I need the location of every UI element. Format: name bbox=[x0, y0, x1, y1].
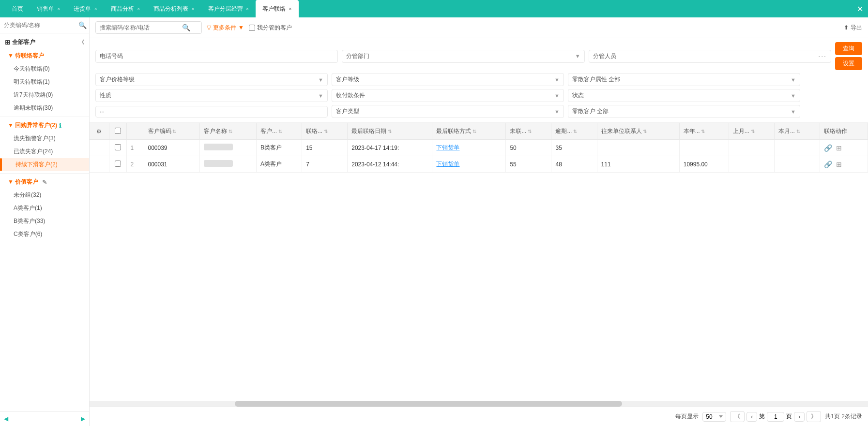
contact-method-link-1[interactable]: 下销货单 bbox=[436, 144, 459, 151]
table-row: 2 000031 A类客户 7 2023-04-12 14:44: 下销货单 5… bbox=[90, 156, 868, 173]
page-input[interactable] bbox=[767, 412, 784, 422]
td-code-2: 000031 bbox=[144, 156, 199, 173]
sidebar-group-abnormal[interactable]: ▼ 回购异常客户(2) ℹ bbox=[0, 119, 89, 132]
filter-gender[interactable]: 性质 ▼ bbox=[95, 89, 328, 102]
chevron-down-icon: ▼ bbox=[238, 24, 244, 31]
my-customers-check[interactable] bbox=[249, 25, 255, 31]
filter-status[interactable]: 状态 ▼ bbox=[568, 89, 800, 102]
content-area: 🔍 ▽ 更多条件 ▼ 我分管的客户 ⬆ 导出 电话号码 bbox=[90, 17, 868, 426]
query-button[interactable]: 查询 bbox=[835, 42, 862, 55]
first-page-btn[interactable]: 《 bbox=[730, 411, 745, 422]
nav-sales[interactable]: 销售单 × bbox=[30, 0, 67, 17]
close-analysis-icon[interactable]: × bbox=[137, 6, 140, 12]
more-conditions-btn[interactable]: ▽ 更多条件 ▼ bbox=[207, 24, 244, 32]
filter-retail2[interactable]: 零散客户 全部 ▼ bbox=[568, 105, 800, 118]
th-name[interactable]: 客户名称 bbox=[199, 123, 256, 140]
sidebar-group-value[interactable]: ▼ 价值客户 ✎ bbox=[0, 176, 89, 189]
th-customer-type[interactable]: 客户... bbox=[257, 123, 302, 140]
close-customer-contact-icon[interactable]: × bbox=[289, 6, 291, 12]
sidebar: 🔍 ⊞ 全部客户 《 ▼ 待联络客户 今天待联络(0) 明天待联络(1) 近7天… bbox=[0, 17, 90, 426]
close-analysis-list-icon[interactable]: × bbox=[191, 6, 194, 12]
settings-button[interactable]: 设置 bbox=[835, 57, 862, 70]
sidebar-group-pending[interactable]: ▼ 待联络客户 bbox=[0, 49, 89, 62]
sidebar-item-declining[interactable]: 持续下滑客户(2) bbox=[0, 158, 89, 171]
row-1-checkbox[interactable] bbox=[115, 144, 121, 150]
search-input[interactable] bbox=[100, 24, 182, 31]
filter-retail-attr[interactable]: 零散客户属性 全部 ▼ bbox=[568, 73, 800, 86]
nav-customer-contact[interactable]: 客户联络 × bbox=[256, 0, 298, 17]
sidebar-item-class-c[interactable]: C类客户(6) bbox=[0, 228, 89, 241]
sidebar-all-customers[interactable]: ⊞ 全部客户 《 bbox=[0, 35, 89, 49]
horizontal-scrollbar[interactable] bbox=[90, 401, 868, 407]
info-icon: ℹ bbox=[59, 122, 61, 129]
sidebar-bottom: ◀ ▶ bbox=[0, 411, 89, 426]
sidebar-next-icon[interactable]: ▶ bbox=[81, 415, 85, 422]
close-purchase-icon[interactable]: × bbox=[94, 6, 97, 12]
td-not-contacted-1: 50 bbox=[506, 140, 551, 156]
sidebar-search-input[interactable] bbox=[4, 22, 76, 29]
th-not-contacted[interactable]: 未联... bbox=[506, 123, 551, 140]
nav-purchase[interactable]: 进货单 × bbox=[67, 0, 104, 17]
close-customer-mgmt-icon[interactable]: × bbox=[246, 6, 249, 12]
manager-dots-icon[interactable]: ··· bbox=[818, 52, 827, 60]
sidebar-divider-1 bbox=[0, 117, 89, 117]
prev-page-btn[interactable]: ‹ bbox=[746, 412, 757, 422]
th-settings[interactable]: ⚙ bbox=[90, 123, 109, 140]
th-last-contact-date[interactable]: 最后联络日期 bbox=[348, 123, 432, 140]
nav-home[interactable]: 首页 bbox=[5, 0, 30, 17]
window-close-icon[interactable]: ✕ bbox=[857, 4, 863, 14]
filter-customer-level[interactable]: 客户等级 ▼ bbox=[332, 73, 564, 86]
sidebar-item-today[interactable]: 今天待联络(0) bbox=[0, 62, 89, 75]
export-btn[interactable]: ⬆ 导出 bbox=[844, 24, 862, 32]
close-sales-icon[interactable]: × bbox=[57, 6, 60, 12]
grid-action-icon-2[interactable]: ⊞ bbox=[836, 161, 842, 168]
select-all-checkbox[interactable] bbox=[115, 128, 121, 134]
export-icon: ⬆ bbox=[844, 24, 849, 31]
filter-payment[interactable]: 收付款条件 ▼ bbox=[332, 89, 564, 102]
last-page-btn[interactable]: 》 bbox=[807, 411, 821, 422]
th-overdue[interactable]: 逾期... bbox=[551, 123, 597, 140]
link-action-icon-2[interactable]: 🔗 bbox=[824, 161, 832, 168]
customer-level-dropdown-icon: ▼ bbox=[554, 77, 560, 83]
th-this-year[interactable]: 本年... bbox=[679, 123, 729, 140]
filter-more-dots[interactable]: ··· bbox=[95, 106, 328, 118]
table-area: ⚙ 客户编码 客户名称 客户... 联络... 最后联络日期 最后联络方式 未联… bbox=[90, 123, 868, 401]
scrollbar-thumb[interactable] bbox=[235, 401, 622, 407]
sidebar-item-overdue[interactable]: 逾期未联络(30) bbox=[0, 102, 89, 115]
sidebar-prev-icon[interactable]: ◀ bbox=[4, 415, 8, 422]
th-last-contact-method[interactable]: 最后联络方式 bbox=[432, 123, 506, 140]
per-page-select[interactable]: 50 20 100 bbox=[702, 412, 726, 422]
th-past-contacts[interactable]: 往来单位联系人 bbox=[597, 123, 679, 140]
sidebar-item-unclassified[interactable]: 未分组(32) bbox=[0, 189, 89, 202]
td-date-1: 2023-04-17 14:19: bbox=[348, 140, 432, 156]
sidebar-item-class-b[interactable]: B类客户(33) bbox=[0, 215, 89, 228]
th-contact-count[interactable]: 联络... bbox=[302, 123, 348, 140]
th-this-month[interactable]: 本月... bbox=[774, 123, 820, 140]
sidebar-search-icon[interactable]: 🔍 bbox=[78, 21, 87, 29]
grid-action-icon-1[interactable]: ⊞ bbox=[836, 144, 842, 152]
filter-dept[interactable]: 分管部门 ▼ bbox=[342, 50, 584, 63]
pagination-bar: 每页显示 50 20 100 《 ‹ 第 页 › 》 共1页 2条记录 bbox=[90, 407, 868, 426]
search-icon[interactable]: 🔍 bbox=[182, 24, 190, 31]
link-action-icon-1[interactable]: 🔗 bbox=[824, 144, 832, 152]
filter-customer-type[interactable]: 客户类型 ▼ bbox=[332, 105, 564, 118]
sidebar-item-7days[interactable]: 近7天待联络(0) bbox=[0, 88, 89, 102]
row-2-checkbox[interactable] bbox=[115, 161, 121, 167]
dept-dropdown-icon: ▼ bbox=[575, 53, 580, 59]
th-code[interactable]: 客户编码 bbox=[144, 123, 199, 140]
contact-method-link-2[interactable]: 下销货单 bbox=[436, 161, 459, 167]
td-method-1: 下销货单 bbox=[432, 140, 506, 156]
sidebar-item-tomorrow[interactable]: 明天待联络(1) bbox=[0, 75, 89, 88]
filter-price-level[interactable]: 客户价格等级 ▼ bbox=[95, 73, 328, 86]
next-page-btn[interactable]: › bbox=[794, 412, 805, 422]
settings-icon[interactable]: ⚙ bbox=[96, 128, 102, 135]
edit-icon[interactable]: ✎ bbox=[42, 179, 47, 186]
sidebar-item-class-a[interactable]: A类客户(1) bbox=[0, 202, 89, 215]
sidebar-collapse-icon[interactable]: 《 bbox=[79, 39, 84, 46]
nav-analysis-list[interactable]: 商品分析列表 × bbox=[147, 0, 201, 17]
nav-customer-mgmt[interactable]: 客户分层经营 × bbox=[201, 0, 256, 17]
sidebar-item-lost[interactable]: 已流失客户(24) bbox=[0, 145, 89, 158]
nav-analysis[interactable]: 商品分析 × bbox=[104, 0, 147, 17]
sidebar-item-loss-risk[interactable]: 流失预警客户(3) bbox=[0, 132, 89, 145]
th-last-month[interactable]: 上月... bbox=[729, 123, 774, 140]
